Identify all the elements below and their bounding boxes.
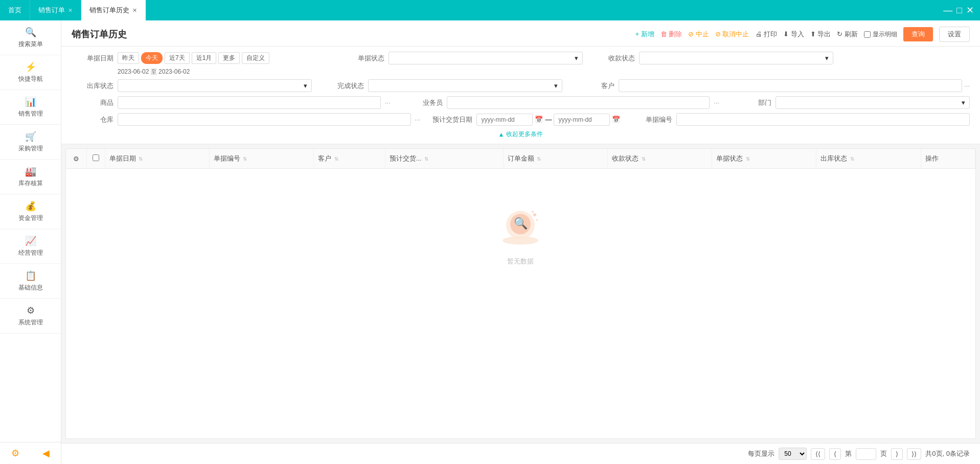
date-btn-more[interactable]: 更多 bbox=[218, 52, 240, 64]
tab-sales-order-history-label: 销售订单历史 bbox=[89, 6, 129, 15]
date-btn-custom[interactable]: 自定义 bbox=[242, 52, 269, 64]
window-actions: — □ ✕ bbox=[943, 5, 980, 16]
export-button[interactable]: ⬆ 导出 bbox=[810, 30, 831, 39]
delivery-date-to[interactable] bbox=[554, 114, 610, 126]
import-button[interactable]: ⬇ 导入 bbox=[783, 30, 804, 39]
col-outbound-status[interactable]: 出库状态 ⇅ bbox=[816, 149, 921, 169]
refresh-button[interactable]: ↻ 刷新 bbox=[837, 30, 858, 39]
display-toggle[interactable]: 显示明细 bbox=[864, 30, 897, 39]
goods-label: 商品 bbox=[72, 98, 118, 107]
delivery-date-group: 📅 — 📅 bbox=[476, 114, 620, 126]
tab-sales-order-history[interactable]: 销售订单历史 ✕ bbox=[81, 0, 146, 20]
warehouse-ellipsis[interactable]: ··· bbox=[415, 116, 421, 123]
col-delivery[interactable]: 预计交货... ⇅ bbox=[385, 149, 503, 169]
dept-arrow: ▾ bbox=[962, 99, 965, 106]
dept-select[interactable]: ▾ bbox=[776, 96, 970, 109]
sales-rep-input[interactable] bbox=[447, 96, 710, 109]
select-all-checkbox[interactable] bbox=[93, 154, 99, 161]
page-suffix-label: 页 bbox=[880, 449, 887, 458]
delivery-date-from[interactable] bbox=[476, 114, 533, 126]
print-button[interactable]: 🖨 打印 bbox=[756, 30, 778, 39]
sidebar-settings-btn[interactable]: ⚙ bbox=[11, 448, 19, 459]
status-select[interactable]: ▾ bbox=[389, 52, 583, 64]
calendar-to-icon[interactable]: 📅 bbox=[612, 116, 620, 123]
stop-button[interactable]: ⊘ 中止 bbox=[688, 30, 709, 39]
order-no-input[interactable] bbox=[676, 113, 970, 126]
col-amount[interactable]: 订单金额 ⇅ bbox=[503, 149, 607, 169]
sidebar-item-inventory[interactable]: 🏭 库存核算 bbox=[0, 160, 61, 194]
maximize-btn[interactable]: □ bbox=[956, 5, 962, 16]
tab-home[interactable]: 首页 bbox=[0, 0, 30, 20]
sidebar-collapse-btn[interactable]: ◀ bbox=[42, 448, 50, 459]
table-body: 🔍 暂无数据 bbox=[66, 169, 975, 297]
close-btn[interactable]: ✕ bbox=[966, 5, 974, 16]
page-title: 销售订单历史 bbox=[72, 28, 127, 40]
finance-icon: 💰 bbox=[25, 201, 36, 212]
tab-sales-order-label: 销售订单 bbox=[38, 6, 65, 15]
sidebar-item-inventory-label: 库存核算 bbox=[18, 179, 43, 188]
setting-button[interactable]: 设置 bbox=[939, 27, 970, 42]
sales-rep-ellipsis[interactable]: ··· bbox=[714, 99, 719, 106]
add-button[interactable]: + 新增 bbox=[635, 30, 654, 39]
first-page-btn[interactable]: ⟨⟨ bbox=[811, 448, 825, 460]
delete-button[interactable]: 🗑 删除 bbox=[660, 30, 682, 39]
date-separator: — bbox=[545, 116, 552, 123]
receipt-status-select[interactable]: ▾ bbox=[639, 52, 833, 64]
col-order-no[interactable]: 单据编号 ⇅ bbox=[209, 149, 313, 169]
page-number-input[interactable]: 1 bbox=[856, 448, 876, 460]
close-sales-order-tab[interactable]: ✕ bbox=[68, 7, 73, 14]
operations-icon: 📈 bbox=[25, 235, 36, 247]
sidebar-item-basic-info[interactable]: 📋 基础信息 bbox=[0, 264, 61, 299]
display-toggle-checkbox[interactable] bbox=[864, 31, 871, 38]
cancel-stop-button[interactable]: ⊘ 取消中止 bbox=[715, 30, 749, 39]
sidebar-item-sales[interactable]: 📊 销售管理 bbox=[0, 90, 61, 125]
last-page-btn[interactable]: ⟩⟩ bbox=[907, 448, 921, 460]
next-page-btn[interactable]: ⟩ bbox=[891, 448, 903, 460]
col-customer[interactable]: 客户 ⇅ bbox=[313, 149, 385, 169]
calendar-from-icon[interactable]: 📅 bbox=[535, 116, 543, 123]
outbound-select[interactable]: ▾ bbox=[118, 79, 312, 92]
page-header: 销售订单历史 + 新增 🗑 删除 ⊘ 中止 ⊘ 取消中止 🖨 打印 ⬇ 导入 ⬆… bbox=[61, 20, 980, 47]
table-checkbox-col[interactable] bbox=[86, 149, 105, 169]
empty-text: 暂无数据 bbox=[507, 257, 534, 266]
col-delivery-label: 预计交货... bbox=[390, 154, 422, 162]
sidebar-item-quick-nav-label: 快捷导航 bbox=[18, 75, 43, 83]
filter-row-4: 仓库 ··· 预计交货日期 📅 — 📅 单据编号 bbox=[72, 113, 970, 126]
sidebar-item-operations[interactable]: 📈 经营管理 bbox=[0, 229, 61, 264]
customer-ellipsis[interactable]: ··· bbox=[964, 82, 970, 90]
sidebar-item-finance[interactable]: 💰 资金管理 bbox=[0, 194, 61, 229]
close-sales-order-history-tab[interactable]: ✕ bbox=[132, 7, 137, 14]
sidebar-item-search[interactable]: 🔍 搜索菜单 bbox=[0, 20, 61, 55]
customer-input[interactable] bbox=[619, 79, 962, 92]
prev-page-btn[interactable]: ⟨ bbox=[829, 448, 841, 460]
completion-select[interactable]: ▾ bbox=[368, 79, 562, 92]
table-settings-col[interactable]: ⚙ bbox=[66, 149, 86, 169]
collapse-label: 收起更多条件 bbox=[506, 130, 543, 139]
date-btn-7days[interactable]: 近7天 bbox=[165, 52, 190, 64]
page-label: 第 bbox=[845, 449, 852, 458]
goods-input[interactable] bbox=[118, 96, 381, 109]
col-receipt-status[interactable]: 收款状态 ⇅ bbox=[608, 149, 712, 169]
query-button[interactable]: 查询 bbox=[903, 27, 933, 41]
col-order-no-sort: ⇅ bbox=[243, 156, 247, 162]
sidebar-item-quick-nav[interactable]: ⚡ 快捷导航 bbox=[0, 55, 61, 90]
sidebar-item-system[interactable]: ⚙ 系统管理 bbox=[0, 299, 61, 334]
sidebar-item-purchase[interactable]: 🛒 采购管理 bbox=[0, 125, 61, 160]
col-actions: 操作 bbox=[921, 149, 975, 169]
col-doc-status[interactable]: 单据状态 ⇅ bbox=[712, 149, 816, 169]
date-btn-today[interactable]: 今天 bbox=[141, 52, 163, 64]
date-label: 单据日期 bbox=[72, 54, 118, 63]
collapse-bar[interactable]: ▲ 收起更多条件 bbox=[72, 130, 970, 139]
date-btn-yesterday[interactable]: 昨天 bbox=[118, 52, 139, 64]
col-date[interactable]: 单据日期 ⇅ bbox=[105, 149, 209, 169]
warehouse-input[interactable] bbox=[118, 113, 411, 126]
sidebar: 🔍 搜索菜单 ⚡ 快捷导航 📊 销售管理 🛒 采购管理 🏭 库存核算 💰 资金管… bbox=[0, 20, 61, 464]
col-amount-label: 订单金额 bbox=[508, 154, 534, 162]
toolbar: + 新增 🗑 删除 ⊘ 中止 ⊘ 取消中止 🖨 打印 ⬇ 导入 ⬆ 导出 ↻ 刷… bbox=[635, 27, 970, 42]
tab-sales-order[interactable]: 销售订单 ✕ bbox=[30, 0, 81, 20]
receipt-status-label: 收款状态 bbox=[593, 54, 639, 63]
date-btn-1month[interactable]: 近1月 bbox=[192, 52, 217, 64]
minimize-btn[interactable]: — bbox=[943, 5, 952, 16]
per-page-select[interactable]: 50 100 200 bbox=[779, 448, 807, 460]
goods-ellipsis[interactable]: ··· bbox=[385, 99, 391, 106]
